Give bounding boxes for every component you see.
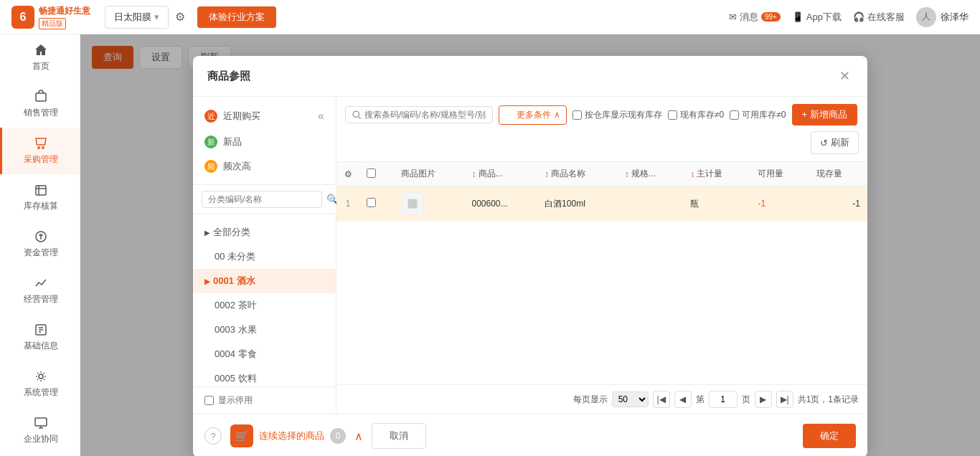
logo-icon: 6 — [11, 6, 34, 29]
new-product-button[interactable]: + 新增商品 — [792, 104, 857, 125]
modal-close-button[interactable]: ✕ — [836, 67, 853, 85]
sidebar-item-business[interactable]: 经营管理 — [0, 267, 80, 314]
prev-page-button[interactable]: ◀ — [674, 391, 692, 408]
sort-asc-icon: ↕ — [472, 169, 476, 179]
logo-area: 6 畅捷通好生意 精品版 — [11, 5, 90, 29]
page-label: 第 — [696, 394, 705, 406]
checkbox-usable-stock[interactable]: 可用库存≠0 — [730, 109, 786, 121]
avatar: 人 — [916, 7, 936, 27]
svg-point-13 — [39, 374, 43, 379]
expand-icon: ▶ — [204, 229, 210, 237]
svg-rect-14 — [35, 418, 47, 426]
product-reference-modal: 商品参照 ✕ 近 近期购买 « — [193, 56, 867, 456]
checkbox-available-stock[interactable]: 现有库存≠0 — [668, 109, 724, 121]
row-stock: -1 — [809, 186, 867, 222]
row-image — [394, 186, 465, 222]
product-thumbnail — [401, 192, 424, 215]
row-spec — [618, 186, 683, 222]
confirm-button[interactable]: 确定 — [803, 424, 856, 448]
logo-badge: 精品版 — [39, 18, 66, 29]
collapse-panel-icon[interactable]: « — [312, 107, 330, 125]
cart-icon: 🛒 — [230, 424, 253, 447]
th-unit[interactable]: ↕ 主计量 — [683, 162, 750, 186]
select-all-checkbox[interactable] — [367, 168, 376, 178]
refresh-icon: ↺ — [820, 138, 828, 148]
app-download-item[interactable]: 📱 App下载 — [792, 11, 842, 24]
first-page-button[interactable]: |◀ — [653, 391, 670, 408]
cart-count-badge: 0 — [330, 428, 346, 444]
page-input[interactable] — [709, 391, 738, 408]
sidebar-item-collab[interactable]: 企业协同 — [0, 407, 80, 454]
online-service-item[interactable]: 🎧 在线客服 — [853, 11, 905, 24]
main-layout: 首页 销售管理 采购管理 库存核算 资金管理 经营管理 基础信息 系统管理 — [0, 34, 980, 456]
quick-link-recent[interactable]: 近 近期购买 — [199, 105, 312, 127]
category-item-uncategorized[interactable]: 00 未分类 — [193, 244, 336, 269]
category-item-tea[interactable]: 0002 茶叶 — [193, 293, 336, 318]
sidebar-item-inventory[interactable]: 库存核算 — [0, 174, 80, 221]
sidebar-item-finance[interactable]: 资金管理 — [0, 221, 80, 267]
top-nav: 6 畅捷通好生意 精品版 日太阳膜 ▾ ⚙ 体验行业方案 ✉ 消息 99+ 📱 … — [0, 0, 980, 34]
category-search-area: 🔍 — [193, 185, 336, 214]
right-panel: 更多条件 ∧ 按仓库显示现有库存 现有库存≠0 — [336, 97, 867, 414]
cancel-button[interactable]: 取消 — [372, 423, 426, 449]
next-page-button[interactable]: ▶ — [755, 391, 772, 408]
sidebar-item-home[interactable]: 首页 — [0, 34, 80, 81]
th-name[interactable]: ↕ 商品名称 — [537, 162, 618, 186]
sidebar-item-sales[interactable]: 销售管理 — [0, 81, 80, 128]
sidebar-item-info[interactable]: 基础信息 — [0, 314, 80, 361]
content-area: 查询 设置 刷新 商品参照 ✕ — [80, 34, 980, 456]
help-icon[interactable]: ? — [204, 427, 222, 445]
settings-icon[interactable]: ⚙ — [169, 6, 192, 29]
svg-line-24 — [359, 117, 361, 119]
th-stock: 现存量 — [809, 162, 867, 186]
last-page-button[interactable]: ▶| — [776, 391, 793, 408]
logo-text: 畅捷通好生意 精品版 — [39, 5, 90, 29]
more-conditions-button[interactable]: 更多条件 ∧ — [499, 105, 567, 125]
checkbox-warehouse-stock[interactable]: 按仓库显示现有库存 — [573, 109, 662, 121]
svg-rect-3 — [36, 186, 46, 195]
selector-arrow-icon: ▾ — [154, 11, 159, 22]
product-search-input[interactable] — [364, 110, 486, 120]
row-available: -1 — [750, 186, 809, 222]
collapse-cart-icon[interactable]: ∧ — [354, 429, 363, 443]
cart-area[interactable]: 🛒 连续选择的商品 0 — [230, 424, 346, 447]
refresh-button[interactable]: ↺ 刷新 — [811, 131, 859, 154]
user-avatar-area[interactable]: 人 徐泽华 — [916, 7, 969, 27]
chevron-up-icon: ∧ — [554, 110, 560, 120]
th-settings[interactable]: ⚙ — [336, 162, 359, 186]
modal-body: 近 近期购买 « 新 新品 频 频次高 — [193, 97, 867, 414]
page-suffix: 页 — [742, 394, 750, 406]
svg-point-23 — [353, 111, 359, 117]
modal-overlay: 商品参照 ✕ 近 近期购买 « — [80, 34, 980, 456]
row-checkbox[interactable] — [359, 186, 394, 222]
sidebar-item-system[interactable]: 系统管理 — [0, 361, 80, 407]
category-item-beverage[interactable]: 0005 饮料 — [193, 366, 336, 386]
notification-badge: 99+ — [761, 12, 781, 22]
quick-link-new[interactable]: 新 新品 — [193, 130, 336, 154]
spec-sort-icon: ↕ — [625, 169, 629, 179]
category-item-liquor[interactable]: ▶ 0001 酒水 — [193, 269, 336, 293]
th-code[interactable]: ↕ 商品... — [465, 162, 538, 186]
page-size-select[interactable]: 50 100 200 — [612, 391, 649, 407]
category-list: ▶ 全部分类 00 未分类 ▶ 0001 酒水 0002 茶 — [193, 214, 336, 386]
notification-item[interactable]: ✉ 消息 99+ — [729, 11, 781, 24]
sidebar-item-purchase[interactable]: 采购管理 — [0, 128, 80, 174]
username: 徐泽华 — [941, 11, 969, 24]
th-spec[interactable]: ↕ 规格... — [618, 162, 683, 186]
row-index: 1 — [336, 186, 359, 222]
active-expand-icon: ▶ — [204, 277, 210, 285]
category-item-snack[interactable]: 0004 零食 — [193, 342, 336, 366]
unit-sort-icon: ↕ — [690, 169, 694, 179]
left-panel-footer: 显示停用 — [193, 386, 336, 414]
category-item-fruit[interactable]: 0003 水果 — [193, 318, 336, 342]
category-item-all[interactable]: ▶ 全部分类 — [193, 220, 336, 244]
quick-links: 近 近期购买 « 新 新品 频 频次高 — [193, 97, 336, 185]
category-search-input[interactable] — [202, 191, 322, 208]
quick-link-freq[interactable]: 频 频次高 — [193, 154, 336, 179]
experience-button[interactable]: 体验行业方案 — [197, 6, 276, 28]
total-info: 共1页，1条记录 — [798, 394, 859, 406]
table-row[interactable]: 1 000600... 白酒100ml — [336, 186, 867, 222]
row-name: 白酒100ml — [537, 186, 618, 222]
store-selector[interactable]: 日太阳膜 ▾ — [105, 6, 169, 29]
show-disabled-checkbox[interactable] — [204, 396, 214, 405]
